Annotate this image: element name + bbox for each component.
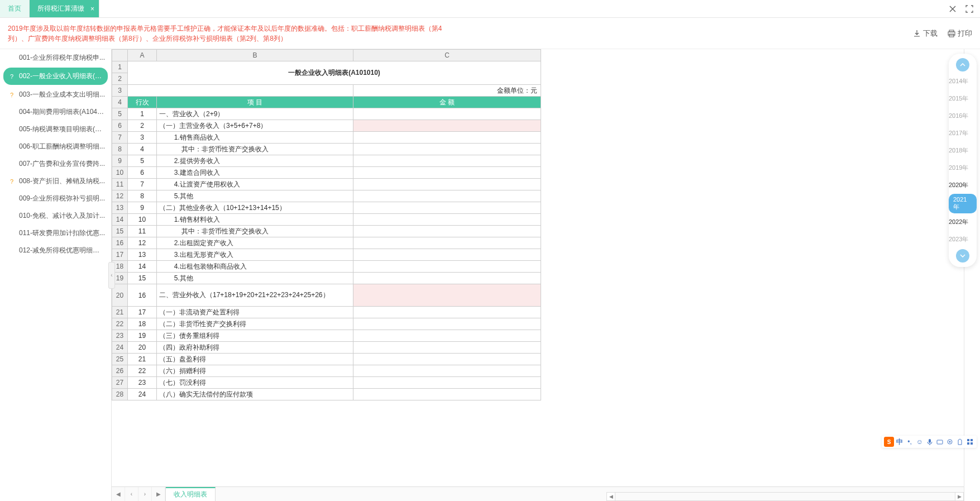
- fullscreen-button[interactable]: [963, 3, 976, 15]
- item-cell[interactable]: 5.其他: [157, 190, 353, 202]
- col-header-a[interactable]: A: [128, 50, 157, 61]
- amount-cell[interactable]: [353, 214, 541, 226]
- row-number-cell[interactable]: 3: [128, 132, 157, 144]
- item-cell[interactable]: 2.提供劳务收入: [157, 155, 353, 167]
- amount-cell[interactable]: [353, 389, 541, 400]
- header-item[interactable]: 项 目: [157, 97, 353, 108]
- sidebar-item[interactable]: ?002-一般企业收入明细表(A1...: [3, 68, 108, 85]
- download-button[interactable]: 下载: [913, 28, 938, 39]
- row-header[interactable]: 8: [112, 144, 128, 155]
- year-up-button[interactable]: [956, 58, 969, 71]
- ime-settings-icon[interactable]: [945, 437, 954, 446]
- row-number-cell[interactable]: 10: [128, 214, 157, 226]
- hscroll-left[interactable]: ◀: [606, 492, 615, 501]
- row-number-cell[interactable]: 21: [128, 354, 157, 365]
- item-cell[interactable]: 4.让渡资产使用权收入: [157, 179, 353, 190]
- row-number-cell[interactable]: 9: [128, 202, 157, 214]
- year-item[interactable]: 2023年: [949, 231, 977, 248]
- row-number-cell[interactable]: 13: [128, 249, 157, 261]
- item-cell[interactable]: （三）债务重组利得: [157, 330, 353, 342]
- print-button[interactable]: 打印: [948, 28, 972, 39]
- amount-cell[interactable]: [353, 132, 541, 144]
- sheet-nav-last[interactable]: ▶: [152, 487, 165, 502]
- amount-cell[interactable]: [353, 377, 541, 389]
- ime-toolbox-icon[interactable]: [965, 437, 974, 446]
- ime-punctuation-icon[interactable]: •,: [905, 437, 914, 446]
- item-cell[interactable]: 3.出租无形资产收入: [157, 249, 353, 261]
- row-header[interactable]: 4: [112, 97, 128, 108]
- sidebar-item[interactable]: 010-免税、减计收入及加计...: [0, 207, 111, 225]
- row-header[interactable]: 2: [112, 73, 128, 85]
- row-header[interactable]: 11: [112, 179, 128, 190]
- item-cell[interactable]: （七）罚没利得: [157, 377, 353, 389]
- row-number-cell[interactable]: 23: [128, 377, 157, 389]
- row-number-cell[interactable]: 11: [128, 226, 157, 237]
- amount-cell[interactable]: [353, 273, 541, 284]
- item-cell[interactable]: （一）非流动资产处置利得: [157, 307, 353, 318]
- amount-cell[interactable]: [353, 249, 541, 261]
- header-rowno[interactable]: 行次: [128, 97, 157, 108]
- row-number-cell[interactable]: 7: [128, 179, 157, 190]
- ime-keyboard-icon[interactable]: [935, 437, 944, 446]
- row-number-cell[interactable]: 15: [128, 273, 157, 284]
- row-number-cell[interactable]: 8: [128, 190, 157, 202]
- item-cell[interactable]: 2.出租固定资产收入: [157, 237, 353, 249]
- sidebar-item[interactable]: 011-研发费用加计扣除优惠...: [0, 225, 111, 242]
- col-header-c[interactable]: C: [353, 50, 541, 61]
- sidebar-item[interactable]: 004-期间费用明细表(A1040...: [0, 103, 111, 121]
- item-cell[interactable]: （六）捐赠利得: [157, 365, 353, 377]
- row-number-cell[interactable]: 24: [128, 389, 157, 400]
- row-header[interactable]: 22: [112, 318, 128, 330]
- amount-cell[interactable]: [353, 365, 541, 377]
- row-number-cell[interactable]: 20: [128, 342, 157, 354]
- row-number-cell[interactable]: 12: [128, 237, 157, 249]
- sidebar-item[interactable]: 012-减免所得税优惠明细表(...: [0, 242, 111, 259]
- window-close-button[interactable]: [946, 3, 959, 15]
- horizontal-scrollbar[interactable]: ◀ ▶: [606, 492, 964, 501]
- year-item[interactable]: 2014年: [949, 73, 977, 90]
- row-header[interactable]: 9: [112, 155, 128, 167]
- row-number-cell[interactable]: 17: [128, 307, 157, 318]
- row-number-cell[interactable]: 4: [128, 144, 157, 155]
- row-header[interactable]: 28: [112, 389, 128, 400]
- item-cell[interactable]: 3.建造合同收入: [157, 167, 353, 179]
- amount-cell[interactable]: [353, 226, 541, 237]
- ime-logo-icon[interactable]: S: [884, 437, 894, 447]
- year-item[interactable]: 2021年: [949, 194, 977, 213]
- amount-cell[interactable]: [353, 155, 541, 167]
- ime-toolbar[interactable]: S 中 •, ☺: [882, 436, 977, 448]
- header-amount[interactable]: 金 额: [353, 97, 541, 108]
- sheet-nav-prev[interactable]: ‹: [125, 487, 138, 502]
- ime-lang-toggle[interactable]: 中: [895, 437, 904, 446]
- amount-cell[interactable]: [353, 330, 541, 342]
- amount-cell[interactable]: [353, 108, 541, 120]
- row-header[interactable]: 24: [112, 342, 128, 354]
- sidebar-item[interactable]: ?008-资产折旧、摊销及纳税...: [0, 173, 111, 190]
- year-item[interactable]: 2018年: [949, 142, 977, 159]
- unit-label[interactable]: 金额单位：元: [353, 85, 541, 97]
- sidebar-item[interactable]: ?003-一般企业成本支出明细...: [0, 86, 111, 103]
- amount-cell[interactable]: [353, 190, 541, 202]
- sheet-nav-next[interactable]: ›: [138, 487, 152, 502]
- amount-cell[interactable]: [353, 354, 541, 365]
- item-cell[interactable]: （一）主营业务收入（3+5+6+7+8）: [157, 120, 353, 132]
- amount-cell[interactable]: [353, 144, 541, 155]
- row-header[interactable]: 26: [112, 365, 128, 377]
- row-header[interactable]: 3: [112, 85, 128, 97]
- item-cell[interactable]: （二）非货币性资产交换利得: [157, 318, 353, 330]
- row-header[interactable]: 16: [112, 237, 128, 249]
- row-header[interactable]: 21: [112, 307, 128, 318]
- amount-cell[interactable]: [353, 261, 541, 273]
- hscroll-right[interactable]: ▶: [955, 492, 964, 501]
- item-cell[interactable]: （四）政府补助利得: [157, 342, 353, 354]
- item-cell[interactable]: （五）盘盈利得: [157, 354, 353, 365]
- amount-cell[interactable]: [353, 237, 541, 249]
- tab-home[interactable]: 首页: [0, 0, 30, 17]
- sidebar-collapse-button[interactable]: ‹: [108, 262, 115, 289]
- amount-cell[interactable]: [353, 179, 541, 190]
- row-header[interactable]: 10: [112, 167, 128, 179]
- row-header[interactable]: 5: [112, 108, 128, 120]
- year-item[interactable]: 2019年: [949, 159, 977, 176]
- col-header-b[interactable]: B: [157, 50, 353, 61]
- row-number-cell[interactable]: 22: [128, 365, 157, 377]
